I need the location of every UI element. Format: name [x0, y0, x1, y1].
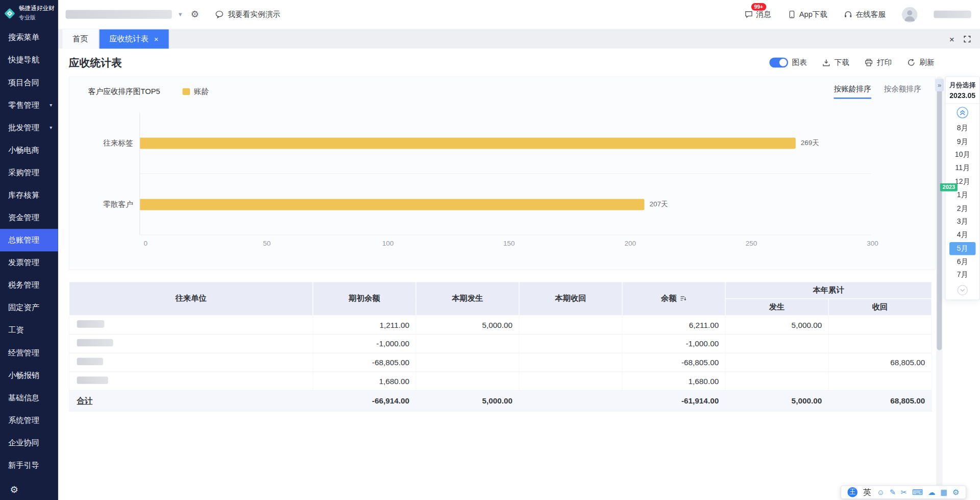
- col-header-balance[interactable]: 余额: [622, 282, 725, 316]
- sidebar-item[interactable]: 新手引导: [0, 454, 58, 477]
- sort-tab[interactable]: 按余额排序: [884, 84, 921, 99]
- sidebar-item[interactable]: 批发管理▼: [0, 116, 58, 139]
- keyboard-icon[interactable]: ⌨: [912, 488, 923, 496]
- month-option[interactable]: 9月: [946, 135, 979, 148]
- refresh-button[interactable]: 刷新: [907, 57, 935, 68]
- sidebar-item[interactable]: 小畅电商: [0, 139, 58, 161]
- page-title: 应收统计表: [69, 55, 122, 69]
- sidebar-item[interactable]: 资金管理: [0, 206, 58, 229]
- table-row[interactable]: 1,211.005,000.006,211.005,000.00: [69, 316, 932, 335]
- sidebar-item[interactable]: 经营管理: [0, 342, 58, 364]
- year-tag: 2023: [940, 183, 958, 192]
- sidebar-item[interactable]: 项目合同: [0, 72, 58, 94]
- brand-logo: 畅捷通好业财 专业版: [0, 0, 58, 24]
- month-option[interactable]: 5月: [949, 242, 975, 255]
- print-button[interactable]: 打印: [864, 57, 892, 68]
- tab-receivable-report[interactable]: 应收统计表 ×: [100, 30, 168, 49]
- pen-icon[interactable]: ✎: [890, 488, 896, 496]
- sidebar-item[interactable]: 基础信息: [0, 387, 58, 409]
- ime-logo-icon[interactable]: 王: [847, 487, 857, 497]
- settings-gear-icon[interactable]: ⚙: [190, 9, 199, 20]
- table-row[interactable]: -1,000.00-1,000.00: [69, 334, 932, 353]
- sidebar-item[interactable]: 固定资产: [0, 296, 58, 319]
- gear-icon[interactable]: ⚙: [952, 488, 959, 496]
- month-option[interactable]: 7月: [946, 269, 979, 282]
- sidebar-item[interactable]: 搜索菜单: [0, 26, 58, 49]
- scroll-up-button[interactable]: [946, 104, 979, 121]
- tab-home[interactable]: 首页: [62, 30, 98, 49]
- tab-close-icon[interactable]: ×: [154, 35, 159, 43]
- scissors-icon[interactable]: ✂: [901, 488, 907, 496]
- page-header: 应收统计表 图表 下载 打印: [58, 49, 980, 77]
- month-option[interactable]: 10月: [946, 148, 979, 161]
- tab-home-label: 首页: [72, 34, 88, 44]
- total-label[interactable]: 合计: [77, 396, 93, 405]
- customer-name-cell: [69, 316, 313, 335]
- legend-swatch: [183, 88, 190, 94]
- table-row[interactable]: -68,805.00-68,805.0068,805.00: [69, 353, 932, 372]
- month-option[interactable]: 6月: [946, 255, 979, 268]
- sidebar-item[interactable]: 工资: [0, 319, 58, 341]
- sort-icon[interactable]: [679, 295, 687, 302]
- demo-link[interactable]: 我要看实例演示: [215, 9, 280, 20]
- sidebar-item[interactable]: 发票管理: [0, 251, 58, 274]
- scroll-down-button[interactable]: [946, 282, 979, 298]
- chart-panel: 客户应收排序图TOP5 账龄 按账龄排序按余额排序 往来标签269天零散客户20…: [69, 76, 936, 270]
- month-option[interactable]: 4月: [946, 228, 979, 242]
- app-download-button[interactable]: App下载: [787, 9, 827, 20]
- avatar[interactable]: [902, 7, 918, 22]
- sidebar-item[interactable]: 小畅报销: [0, 364, 58, 387]
- table-row[interactable]: 1,680.001,680.00: [69, 372, 932, 391]
- cloud-icon[interactable]: ☁: [928, 488, 936, 496]
- download-button[interactable]: 下载: [822, 57, 849, 68]
- chart-title: 客户应收排序图TOP5: [88, 86, 160, 97]
- table-cell: 6,211.00: [622, 316, 725, 335]
- redacted-customer-name: [77, 376, 108, 384]
- messages-button[interactable]: 消息 99+: [744, 9, 771, 20]
- expand-icon[interactable]: [963, 35, 971, 43]
- sidebar-settings-gear-icon[interactable]: ⚙: [0, 479, 58, 500]
- vertical-scrollbar[interactable]: [936, 76, 942, 494]
- sidebar-item-label: 基础信息: [8, 392, 39, 403]
- bar-track: 207天: [139, 174, 871, 235]
- sidebar: 畅捷通好业财 专业版 搜索菜单快捷导航项目合同零售管理▼批发管理▼小畅电商采购管…: [0, 0, 58, 500]
- smiley-icon[interactable]: ☺: [877, 488, 885, 496]
- month-option[interactable]: 3月: [946, 215, 979, 228]
- chart-legend[interactable]: 账龄: [183, 86, 209, 97]
- scrollbar-thumb[interactable]: [937, 87, 942, 350]
- toggle-switch[interactable]: [769, 58, 788, 68]
- chart-toggle[interactable]: 图表: [769, 57, 806, 68]
- bar-value-label: 269天: [801, 138, 819, 148]
- table-cell: [519, 372, 622, 391]
- sidebar-item[interactable]: 零售管理▼: [0, 94, 58, 116]
- sidebar-item[interactable]: 税务管理: [0, 274, 58, 296]
- download-label: 下载: [835, 57, 849, 68]
- sort-tab[interactable]: 按账龄排序: [834, 84, 871, 99]
- month-option[interactable]: 8月: [946, 122, 979, 135]
- download-icon: [822, 58, 830, 67]
- double-chevron-up-icon: [956, 106, 968, 118]
- sidebar-item[interactable]: 企业协同: [0, 432, 58, 454]
- grid-icon[interactable]: ▦: [941, 488, 948, 496]
- chevron-down-icon: ▼: [49, 126, 53, 130]
- sidebar-item[interactable]: 库存核算: [0, 184, 58, 206]
- month-option[interactable]: 11月: [946, 161, 979, 175]
- close-all-icon[interactable]: ×: [949, 34, 954, 44]
- company-selector[interactable]: ▼: [66, 10, 191, 19]
- chevron-down-circle-icon: [957, 284, 968, 296]
- sidebar-item[interactable]: 系统管理: [0, 409, 58, 432]
- sidebar-item[interactable]: 快捷导航: [0, 49, 58, 72]
- table-cell: -1,000.00: [622, 334, 725, 353]
- sidebar-item[interactable]: 总账管理: [0, 229, 58, 251]
- x-tick-label: 0: [144, 240, 148, 247]
- col-header-current-incurred: 本期发生: [416, 282, 519, 316]
- month-option[interactable]: 2月: [946, 202, 979, 215]
- support-button[interactable]: 在线客服: [844, 9, 886, 20]
- table-cell: 5,000.00: [725, 316, 828, 335]
- sidebar-item-label: 新手引导: [8, 460, 39, 471]
- ime-mode-toggle[interactable]: 英: [863, 487, 871, 498]
- table-cell: [519, 353, 622, 372]
- x-tick-label: 50: [263, 240, 271, 247]
- sidebar-item[interactable]: 采购管理: [0, 161, 58, 184]
- collapse-panel-button[interactable]: »: [935, 79, 944, 91]
